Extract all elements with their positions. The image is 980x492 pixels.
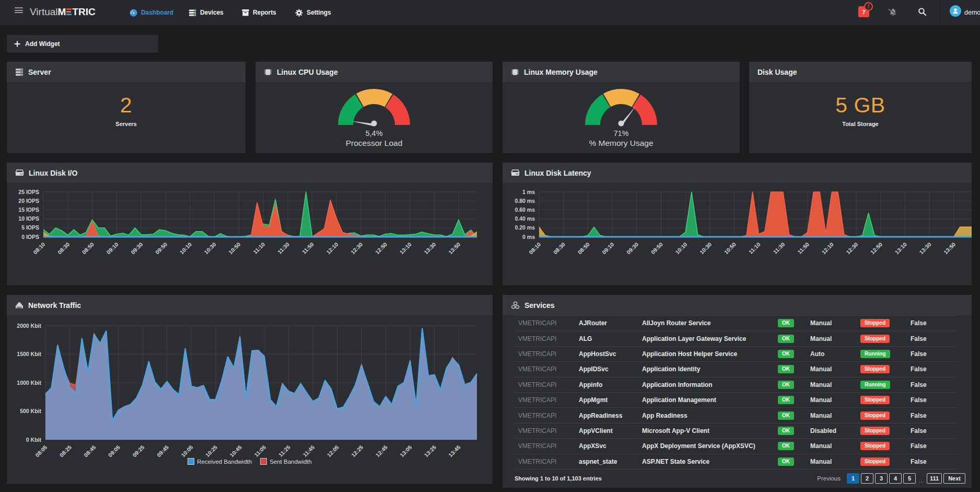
- nav-item-dashboard[interactable]: Dashboard: [130, 0, 173, 25]
- server-stack-icon: [15, 68, 24, 76]
- card-title: Network Traffic: [28, 301, 81, 310]
- legend-label: Received Bandwidth: [197, 459, 252, 465]
- x-axis-label: 11:10: [748, 241, 762, 255]
- x-axis-label: 10:10: [178, 241, 193, 256]
- service-description: Application Information: [639, 377, 775, 392]
- status-badge: Running: [860, 350, 890, 358]
- pagination-previous[interactable]: Previous: [817, 475, 841, 482]
- service-flag: False: [907, 377, 957, 392]
- page-button-4[interactable]: 4: [889, 473, 902, 484]
- status-badge: Stopped: [860, 457, 890, 466]
- chart-legend: Received BandwidthSent Bandwidth: [7, 458, 493, 465]
- service-row[interactable]: VMETRICAPIAppXSvcAppX Deployment Service…: [515, 439, 957, 454]
- x-axis-label: 13:10: [398, 241, 413, 256]
- user-avatar[interactable]: [950, 5, 961, 17]
- brand-prefix: Virtual: [30, 6, 58, 17]
- notifications-button[interactable]: 7 !: [858, 6, 876, 19]
- nav-item-settings[interactable]: Settings: [295, 0, 331, 25]
- service-host: VMETRICAPI: [515, 408, 576, 423]
- service-row[interactable]: VMETRICAPIAppReadinessApp ReadinessOKMan…: [515, 408, 957, 423]
- legend-item[interactable]: Sent Bandwidth: [260, 458, 312, 465]
- service-state: Stopped: [857, 439, 907, 454]
- brand-rest: TRIC: [72, 6, 95, 17]
- navbar-divider: [940, 0, 941, 25]
- nav-item-reports[interactable]: Reports: [242, 0, 276, 25]
- cpu-card-header: Linux CPU Usage: [255, 62, 493, 82]
- x-axis-label: 13:30: [423, 241, 437, 256]
- brand-logo[interactable]: VirtualMTRIC: [30, 6, 96, 18]
- service-description: Application Host Helper Service: [639, 346, 775, 361]
- service-description: Application Management: [639, 392, 775, 407]
- page-button-5[interactable]: 5: [903, 473, 916, 484]
- x-axis-label: 09:10: [601, 241, 615, 256]
- add-widget-button[interactable]: Add Widget: [7, 35, 158, 53]
- disk-latency-chart: 0 ms0.20 ms0.40 ms0.60 ms0.80 ms1 ms08:1…: [503, 183, 972, 285]
- hard-drive-icon: [511, 169, 520, 177]
- status-badge: OK: [778, 319, 794, 327]
- x-axis-label: 09:25: [131, 444, 146, 459]
- legend-item[interactable]: Received Bandwidth: [188, 458, 252, 465]
- service-row[interactable]: VMETRICAPIALGApplication Layer Gateway S…: [515, 331, 957, 346]
- settings-gear-icon: [295, 9, 303, 17]
- pagination-next[interactable]: Next: [943, 473, 965, 484]
- service-startup-type: Manual: [807, 392, 857, 407]
- x-axis-label: 12:10: [325, 241, 340, 256]
- service-row[interactable]: VMETRICAPIAppVClientMicrosoft App-V Clie…: [515, 423, 957, 438]
- service-row[interactable]: VMETRICAPIAppMgmtApplication ManagementO…: [515, 392, 957, 407]
- mute-notifications-button[interactable]: [888, 7, 898, 19]
- nav-item-label: Dashboard: [141, 9, 173, 16]
- service-startup-type: Manual: [807, 408, 857, 423]
- service-health: OK: [775, 316, 807, 331]
- x-axis-label: 12:50: [374, 241, 389, 256]
- y-axis-label: 0.80 ms: [515, 198, 535, 204]
- bell-slash-icon: [888, 7, 898, 17]
- service-health: OK: [775, 377, 807, 392]
- service-host: VMETRICAPI: [515, 362, 576, 377]
- x-axis-label: 08:45: [83, 444, 97, 459]
- memory-gauge: [577, 83, 666, 130]
- x-axis-label: 11:10: [252, 241, 266, 255]
- card-title: Services: [524, 301, 555, 310]
- y-axis-label: 0 Kbit: [26, 437, 42, 443]
- service-host: VMETRICAPI: [515, 423, 576, 438]
- disk-latency-card-header: Linux Disk Latency: [503, 163, 972, 183]
- page-button-1[interactable]: 1: [847, 473, 859, 484]
- service-description: AppX Deployment Service (AppXSVC): [639, 439, 775, 454]
- page-button-3[interactable]: 3: [875, 473, 888, 484]
- nav-item-devices[interactable]: Devices: [189, 0, 224, 25]
- x-axis-label: 12:30: [845, 241, 859, 256]
- page-button-2[interactable]: 2: [861, 473, 873, 484]
- brand-e-icon: [66, 8, 72, 15]
- cpu-usage-card: Linux CPU Usage 5,4% Processor Load: [255, 62, 493, 153]
- username-label[interactable]: demo: [964, 0, 980, 25]
- service-health: OK: [775, 362, 807, 377]
- x-axis-label: 11:30: [772, 241, 786, 255]
- service-state: Stopped: [857, 454, 907, 469]
- service-name: AppVClient: [576, 423, 639, 438]
- memory-usage-card: Linux Memory Usage 71% % Memory Usage: [503, 62, 740, 153]
- x-axis-label: 08:05: [34, 444, 49, 459]
- x-axis-label: 12:10: [820, 241, 835, 256]
- hamburger-menu-icon[interactable]: [15, 7, 23, 14]
- add-widget-label: Add Widget: [25, 40, 60, 48]
- x-axis-label: 13:50: [447, 241, 462, 256]
- service-row[interactable]: VMETRICAPIaspnet_stateASP.NET State Serv…: [515, 454, 957, 469]
- service-row[interactable]: VMETRICAPIAppHostSvcApplication Host Hel…: [515, 346, 957, 361]
- y-axis-label: 2000 Kbit: [17, 323, 41, 329]
- x-axis-label: 08:50: [576, 241, 591, 256]
- legend-swatch: [260, 458, 267, 465]
- service-row[interactable]: VMETRICAPIAppIDSvcApplication IdentityOK…: [515, 362, 957, 377]
- service-health: OK: [775, 331, 807, 346]
- x-axis-label: 08:10: [32, 241, 46, 256]
- status-badge: OK: [778, 396, 794, 404]
- search-button[interactable]: [918, 7, 927, 18]
- status-badge: Running: [860, 381, 890, 389]
- page-button-111[interactable]: 111: [927, 473, 942, 484]
- disk-usage-value: 5 GB: [749, 95, 972, 116]
- card-title: Linux Disk I/O: [29, 169, 77, 177]
- service-state: Stopped: [857, 331, 907, 346]
- service-row[interactable]: VMETRICAPIAppinfoApplication Information…: [515, 377, 957, 392]
- disk-io-card-header: Linux Disk I/O: [7, 163, 493, 183]
- service-row[interactable]: VMETRICAPIAJRouterAllJoyn Router Service…: [515, 316, 957, 331]
- disk-latency-card: Linux Disk Latency 0 ms0.20 ms0.40 ms0.6…: [503, 163, 972, 285]
